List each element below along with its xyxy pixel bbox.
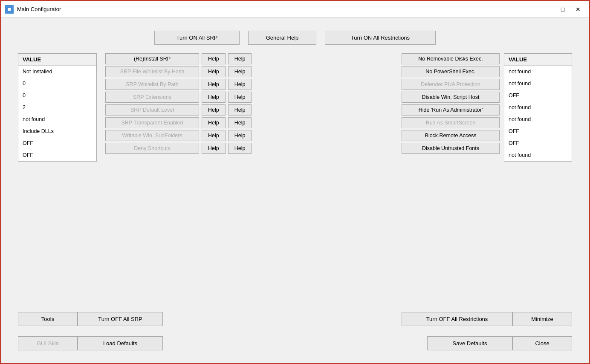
right-value-4: not found	[504, 113, 572, 125]
minimize-button-bottom[interactable]: Minimize	[512, 312, 572, 326]
left-value-0: Not Installed	[18, 66, 96, 78]
restriction-row-2: Defender PUA Protection	[402, 79, 500, 90]
srp-writable-button[interactable]: Writable Win. SubFolders	[105, 130, 199, 141]
srp-row-2: SRP Whitelist By Path Help Help	[105, 79, 393, 90]
right-value-0: not found	[504, 66, 572, 78]
restrictions-section: No Removable Disks Exec. No PowerShell E…	[402, 53, 500, 154]
srp-default-level-help2[interactable]: Help	[228, 104, 252, 116]
general-help-button[interactable]: General Help	[248, 31, 316, 45]
right-value-7: not found	[504, 149, 572, 161]
restriction-row-3: Disable Win. Script Host	[402, 92, 500, 103]
window-title: Main Configurator	[17, 6, 541, 12]
tools-button[interactable]: Tools	[18, 312, 78, 326]
right-area: No Removable Disks Exec. No PowerShell E…	[402, 53, 572, 162]
right-value-2: OFF	[504, 90, 572, 101]
srp-row-7: Deny Shortcuts Help Help	[105, 143, 393, 154]
srp-reinstall-help2[interactable]: Help	[228, 53, 252, 64]
restriction-row-7: Disable Untrusted Fonts	[402, 143, 500, 154]
srp-row-5: SRP Transparent Enabled Help Help	[105, 117, 393, 128]
block-remote-access-button[interactable]: Block Remote Access	[402, 130, 500, 141]
restriction-row-5: Run As SmartScreen	[402, 117, 500, 128]
srp-reinstall-help1[interactable]: Help	[202, 53, 226, 64]
app-icon: ■	[5, 5, 14, 14]
main-content: Turn ON All SRP General Help Turn ON All…	[1, 18, 589, 363]
disable-untrusted-fonts-button[interactable]: Disable Untrusted Fonts	[402, 143, 500, 154]
maximize-button[interactable]: □	[556, 4, 570, 14]
srp-section: (Re)Install SRP Help Help SRP File White…	[105, 53, 393, 154]
left-value-header: VALUE	[18, 54, 96, 66]
main-area: VALUE Not Installed 0 0 2 not found Incl…	[18, 53, 572, 299]
disable-script-host-button[interactable]: Disable Win. Script Host	[402, 92, 500, 103]
right-value-header: VALUE	[504, 54, 572, 66]
srp-transparent-help1[interactable]: Help	[202, 117, 226, 128]
left-value-5: Include DLLs	[18, 125, 96, 137]
srp-deny-shortcuts-button[interactable]: Deny Shortcuts	[105, 143, 199, 154]
left-value-3: 2	[18, 101, 96, 113]
srp-row-4: SRP Default Level Help Help	[105, 104, 393, 116]
save-defaults-button[interactable]: Save Defaults	[427, 336, 512, 350]
close-button-bottom[interactable]: Close	[512, 336, 572, 350]
turn-off-restrictions-button[interactable]: Turn OFF All Restrictions	[402, 312, 512, 326]
srp-row-6: Writable Win. SubFolders Help Help	[105, 130, 393, 141]
srp-row-3: SRP Extensions Help Help	[105, 92, 393, 103]
no-removable-disks-button[interactable]: No Removable Disks Exec.	[402, 53, 500, 64]
srp-transparent-button[interactable]: SRP Transparent Enabled	[105, 117, 199, 128]
title-bar: ■ Main Configurator — □ ✕	[1, 1, 589, 18]
spacer	[163, 312, 402, 326]
srp-deny-shortcuts-help1[interactable]: Help	[202, 143, 226, 154]
srp-extensions-help2[interactable]: Help	[228, 92, 252, 103]
left-value-2: 0	[18, 90, 96, 101]
srp-file-whitelist-button[interactable]: SRP File Whitelist By Hash	[105, 66, 199, 77]
load-defaults-button[interactable]: Load Defaults	[78, 336, 163, 350]
srp-row-1: SRP File Whitelist By Hash Help Help	[105, 66, 393, 77]
srp-deny-shortcuts-help2[interactable]: Help	[228, 143, 252, 154]
close-button[interactable]: ✕	[571, 4, 585, 14]
srp-reinstall-button[interactable]: (Re)Install SRP	[105, 53, 199, 64]
srp-default-level-help1[interactable]: Help	[202, 104, 226, 116]
turn-off-srp-button[interactable]: Turn OFF All SRP	[78, 312, 163, 326]
no-powershell-button[interactable]: No PowerShell Exec.	[402, 66, 500, 77]
bottom-row-2: GUI Skin Load Defaults Save Defaults Clo…	[18, 336, 572, 350]
srp-file-whitelist-help2[interactable]: Help	[228, 66, 252, 77]
top-button-row: Turn ON All SRP General Help Turn ON All…	[18, 31, 572, 45]
right-value-5: OFF	[504, 125, 572, 137]
gui-skin-button[interactable]: GUI Skin	[18, 336, 78, 350]
srp-transparent-help2[interactable]: Help	[228, 117, 252, 128]
srp-file-whitelist-help1[interactable]: Help	[202, 66, 226, 77]
left-value-6: OFF	[18, 137, 96, 149]
left-value-panel: VALUE Not Installed 0 0 2 not found Incl…	[18, 53, 97, 162]
right-value-1: not found	[504, 78, 572, 90]
srp-row-0: (Re)Install SRP Help Help	[105, 53, 393, 64]
window-controls: — □ ✕	[541, 4, 585, 14]
hide-run-as-admin-button[interactable]: Hide 'Run As Administrator'	[402, 104, 500, 116]
srp-whitelist-path-help2[interactable]: Help	[228, 79, 252, 90]
left-value-7: OFF	[18, 149, 96, 161]
restriction-row-0: No Removable Disks Exec.	[402, 53, 500, 64]
turn-on-restrictions-button[interactable]: Turn ON All Restrictions	[325, 31, 436, 45]
restriction-row-4: Hide 'Run As Administrator'	[402, 104, 500, 116]
main-window: ■ Main Configurator — □ ✕ Turn ON All SR…	[0, 0, 590, 364]
defender-pua-button[interactable]: Defender PUA Protection	[402, 79, 500, 90]
minimize-button[interactable]: —	[541, 4, 554, 14]
left-value-4: not found	[18, 113, 96, 125]
turn-on-srp-button[interactable]: Turn ON All SRP	[154, 31, 240, 45]
srp-whitelist-path-help1[interactable]: Help	[202, 79, 226, 90]
right-value-6: OFF	[504, 137, 572, 149]
spacer2	[163, 336, 427, 350]
srp-default-level-button[interactable]: SRP Default Level	[105, 104, 199, 116]
srp-whitelist-path-button[interactable]: SRP Whitelist By Path	[105, 79, 199, 90]
run-as-smartscreen-button[interactable]: Run As SmartScreen	[402, 117, 500, 128]
bottom-row-1: Tools Turn OFF All SRP Turn OFF All Rest…	[18, 312, 572, 326]
right-value-3: not found	[504, 101, 572, 113]
srp-writable-help1[interactable]: Help	[202, 130, 226, 141]
srp-extensions-button[interactable]: SRP Extensions	[105, 92, 199, 103]
srp-writable-help2[interactable]: Help	[228, 130, 252, 141]
restriction-row-6: Block Remote Access	[402, 130, 500, 141]
left-value-1: 0	[18, 78, 96, 90]
right-value-panel: VALUE not found not found OFF not found …	[504, 53, 572, 162]
restriction-row-1: No PowerShell Exec.	[402, 66, 500, 77]
srp-extensions-help1[interactable]: Help	[202, 92, 226, 103]
